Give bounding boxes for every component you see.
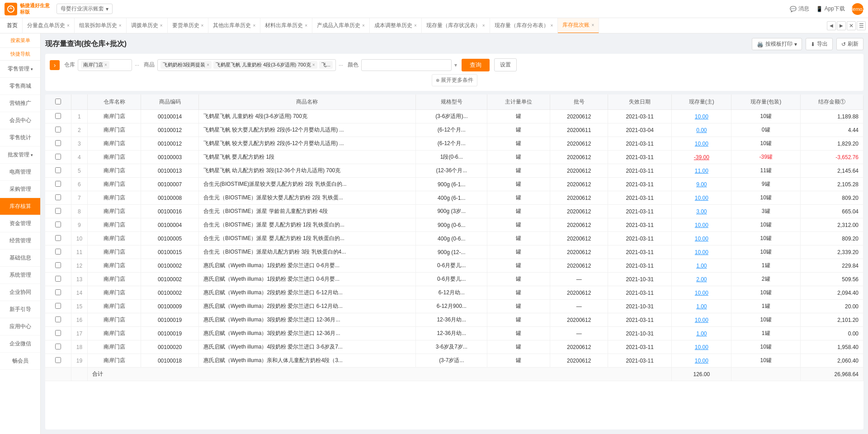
th-warehouse[interactable]: 仓库名称 xyxy=(87,94,141,110)
sidebar-item-newcomer[interactable]: 新手引导 xyxy=(0,301,40,318)
cell-qty-main[interactable]: 1.00 xyxy=(672,259,731,273)
sidebar-item-wholesale[interactable]: 批发管理 ▾ xyxy=(0,146,40,164)
select-all-checkbox[interactable] xyxy=(55,99,61,104)
cell-checkbox[interactable] xyxy=(45,354,71,368)
tab-stock-status[interactable]: 现存量（库存状况表） × xyxy=(422,18,490,33)
cell-checkbox[interactable] xyxy=(45,191,71,205)
cell-checkbox[interactable] xyxy=(45,286,71,300)
close-icon[interactable]: × xyxy=(253,23,255,28)
nav-next-btn[interactable]: ▶ xyxy=(837,21,846,30)
tab-product-in[interactable]: 产成品入库单历史 × xyxy=(312,18,370,33)
cell-checkbox[interactable] xyxy=(45,205,71,218)
message-btn[interactable]: 💬 消息 xyxy=(790,5,809,13)
row-checkbox[interactable] xyxy=(55,303,61,309)
row-checkbox[interactable] xyxy=(55,262,61,268)
row-checkbox[interactable] xyxy=(55,357,61,363)
cell-qty-main[interactable]: 10.00 xyxy=(672,218,731,232)
app-download-btn[interactable]: 📱 App下载 xyxy=(816,5,845,13)
tab-mix[interactable]: 调拨单历史 × xyxy=(127,18,168,33)
sidebar-item-purchase[interactable]: 采购管理 xyxy=(0,181,40,198)
row-checkbox[interactable] xyxy=(55,208,61,214)
sidebar-item-retail-shop[interactable]: 零售商城 xyxy=(0,78,40,95)
sidebar-item-inventory[interactable]: 库存核算 xyxy=(0,198,40,215)
cell-checkbox[interactable] xyxy=(45,340,71,354)
th-qty-pkg[interactable]: 现存量(包装) xyxy=(731,94,801,110)
tab-disassembly[interactable]: 组装拆卸单历史 × xyxy=(75,18,127,33)
nav-prev-btn[interactable]: ◀ xyxy=(827,21,836,30)
tab-batch-ledger[interactable]: 库存批次账 × xyxy=(558,18,599,33)
sidebar-item-enterprise-wechat[interactable]: 企业微信 xyxy=(0,335,40,353)
product-tag-0-remove[interactable]: × xyxy=(207,62,209,67)
cell-checkbox[interactable] xyxy=(45,123,71,137)
cell-checkbox[interactable] xyxy=(45,273,71,286)
sidebar-item-finance[interactable]: 资金管理 xyxy=(0,215,40,232)
nav-menu-btn[interactable]: ☰ xyxy=(857,21,866,30)
cell-checkbox[interactable] xyxy=(45,245,71,259)
row-checkbox[interactable] xyxy=(55,127,61,132)
cell-qty-main[interactable]: 0.00 xyxy=(672,123,731,137)
cell-qty-main[interactable]: 10.00 xyxy=(672,340,731,354)
cell-checkbox[interactable] xyxy=(45,300,71,313)
th-amount[interactable]: 结存金额① xyxy=(801,94,863,110)
row-checkbox[interactable] xyxy=(55,235,61,241)
close-icon[interactable]: × xyxy=(160,23,163,28)
tab-home[interactable]: 首页 xyxy=(2,18,23,33)
close-icon[interactable]: × xyxy=(482,23,485,28)
sidebar-item-member[interactable]: 会员中心 xyxy=(0,112,40,129)
close-icon[interactable]: × xyxy=(591,23,594,28)
tab-material-out[interactable]: 材料出库单历史 × xyxy=(260,18,312,33)
cell-checkbox[interactable] xyxy=(45,110,71,123)
close-icon[interactable]: × xyxy=(67,23,70,28)
row-checkbox[interactable] xyxy=(55,222,61,227)
cell-qty-main[interactable]: 1.00 xyxy=(672,327,731,340)
cell-qty-main[interactable]: 3.00 xyxy=(672,205,731,218)
cell-checkbox[interactable] xyxy=(45,313,71,327)
cell-checkbox[interactable] xyxy=(45,137,71,151)
row-checkbox[interactable] xyxy=(55,344,61,349)
cell-qty-main[interactable]: 10.00 xyxy=(672,110,731,123)
print-btn[interactable]: 🖨️ 按模板打印 ▾ xyxy=(752,38,802,50)
avatar[interactable]: demo2 xyxy=(852,3,863,15)
cell-qty-main[interactable]: 9.00 xyxy=(672,178,731,191)
warehouse-tags-input[interactable]: 南岸门店 × xyxy=(78,59,132,71)
expand-filter-btn[interactable]: › xyxy=(50,60,60,70)
tab-split[interactable]: 分量盘点单历史 × xyxy=(23,18,75,33)
color-dropdown[interactable]: ▾ xyxy=(454,62,457,68)
nav-close-all-btn[interactable]: ✕ xyxy=(847,21,856,30)
sidebar-quick-nav[interactable]: 快捷导航 xyxy=(0,48,40,61)
th-unit[interactable]: 主计量单位 xyxy=(487,94,550,110)
sidebar-item-retail[interactable]: 零售管理 ▾ xyxy=(0,61,40,78)
row-checkbox[interactable] xyxy=(55,113,61,119)
cell-checkbox[interactable] xyxy=(45,327,71,340)
cell-qty-main[interactable]: 10.00 xyxy=(672,313,731,327)
th-qty-main[interactable]: 现存量(主) xyxy=(672,94,731,110)
tab-req[interactable]: 要货单历史 × xyxy=(168,18,209,33)
sidebar-item-operations[interactable]: 经营管理 xyxy=(0,232,40,250)
cell-qty-main[interactable]: 2.00 xyxy=(672,273,731,286)
tab-cost-adj[interactable]: 成本调整单历史 × xyxy=(370,18,422,33)
refresh-btn[interactable]: ↺ 刷新 xyxy=(836,38,863,50)
row-checkbox[interactable] xyxy=(55,289,61,295)
warehouse-tag-remove[interactable]: × xyxy=(104,62,107,67)
sidebar-item-enterprise[interactable]: 企业协同 xyxy=(0,284,40,301)
th-batch[interactable]: 批号 xyxy=(550,94,608,110)
th-code[interactable]: 商品编码 xyxy=(141,94,199,110)
cell-qty-main[interactable]: 10.00 xyxy=(672,232,731,245)
cell-checkbox[interactable] xyxy=(45,232,71,245)
sidebar-item-apps[interactable]: 应用中心 xyxy=(0,318,40,335)
row-checkbox[interactable] xyxy=(55,154,61,160)
cell-checkbox[interactable] xyxy=(45,178,71,191)
expand-more-btn[interactable]: ⊕ 展开更多条件 xyxy=(432,74,477,86)
color-tags-input[interactable] xyxy=(361,59,452,71)
th-name[interactable]: 商品名称 xyxy=(198,94,415,110)
product-tags-input[interactable]: 飞鹤奶粉3段两提装 × 飞鹤星飞帆 儿童奶粉 4段(3-6岁适用) 700克 ×… xyxy=(157,59,336,71)
product-more[interactable]: ··· xyxy=(339,62,343,68)
close-icon[interactable]: × xyxy=(414,23,417,28)
cell-checkbox[interactable] xyxy=(45,259,71,273)
cell-qty-main[interactable]: 10.00 xyxy=(672,286,731,300)
tab-other-out[interactable]: 其他出库单历史 × xyxy=(208,18,260,33)
close-icon[interactable]: × xyxy=(305,23,307,28)
cell-qty-main[interactable]: 10.00 xyxy=(672,137,731,151)
setting-btn[interactable]: 设置 xyxy=(494,58,517,71)
close-icon[interactable]: × xyxy=(201,23,204,28)
